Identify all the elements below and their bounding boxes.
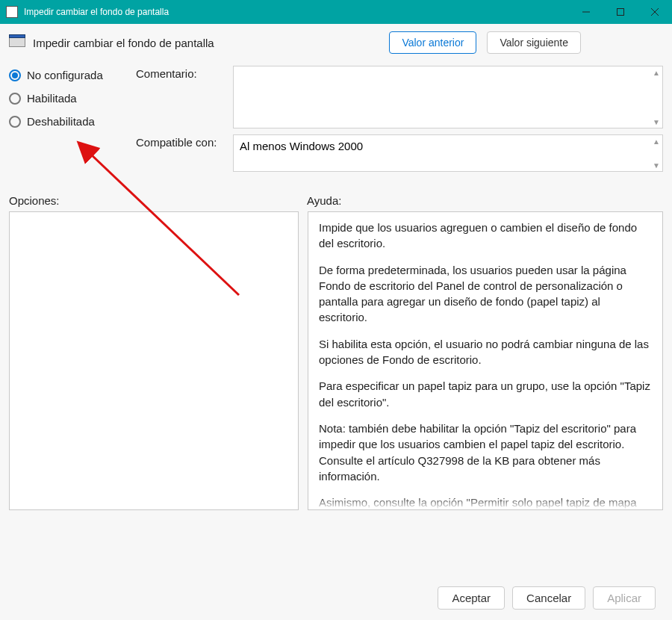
titlebar: Impedir cambiar el fondo de pantalla	[0, 0, 672, 24]
dialog-footer: Aceptar Cancelar Aplicar	[438, 586, 656, 610]
radio-not-configured[interactable]: No configurada	[9, 69, 136, 81]
scroll-up-icon[interactable]: ▲	[652, 68, 661, 77]
scroll-down-icon[interactable]: ▼	[652, 161, 661, 170]
minimize-button[interactable]	[569, 0, 603, 24]
radio-icon	[9, 116, 21, 128]
help-text: Impide que los usuarios agreguen o cambi…	[319, 220, 652, 252]
options-label: Opciones:	[9, 194, 307, 207]
radio-enabled[interactable]: Habilitada	[9, 92, 136, 105]
policy-icon	[9, 34, 25, 51]
comment-textarea[interactable]: ▲ ▼	[233, 66, 663, 128]
comment-label: Comentario:	[136, 66, 233, 80]
dialog-header: Impedir cambiar el fondo de pantalla Val…	[9, 31, 663, 54]
compat-label: Compatible con:	[136, 134, 233, 149]
radio-label: No configurada	[27, 69, 103, 81]
maximize-button[interactable]	[603, 0, 638, 24]
ok-button[interactable]: Aceptar	[438, 586, 505, 610]
radio-icon	[9, 93, 21, 105]
radio-icon	[9, 69, 21, 81]
help-text: Si habilita esta opción, el usuario no p…	[319, 336, 652, 368]
help-text: Para especificar un papel tapiz para un …	[319, 378, 652, 410]
window-title: Impedir cambiar el fondo de pantalla	[24, 7, 169, 17]
scroll-up-icon[interactable]: ▲	[652, 137, 661, 146]
radio-disabled[interactable]: Deshabilitada	[9, 115, 136, 128]
help-text: Nota: también debe habilitar la opción "…	[319, 421, 652, 484]
policy-title: Impedir cambiar el fondo de pantalla	[33, 37, 214, 49]
svg-rect-1	[617, 9, 624, 16]
vertical-scrollbar[interactable]	[665, 226, 672, 465]
compat-value: Al menos Windows 2000	[240, 140, 363, 152]
previous-setting-button[interactable]: Valor anterior	[389, 31, 476, 54]
app-icon	[6, 6, 18, 18]
scroll-down-icon[interactable]: ▼	[652, 117, 661, 126]
radio-label: Deshabilitada	[27, 115, 95, 128]
compat-textbox: Al menos Windows 2000 ▲ ▼	[233, 134, 663, 172]
help-label: Ayuda:	[307, 194, 341, 207]
options-panel	[9, 211, 299, 510]
cancel-button[interactable]: Cancelar	[512, 586, 585, 610]
radio-label: Habilitada	[27, 92, 77, 105]
apply-button[interactable]: Aplicar	[593, 586, 656, 610]
help-text: De forma predeterminada, los usuarios pu…	[319, 262, 652, 326]
next-setting-button[interactable]: Valor siguiente	[487, 31, 581, 54]
help-panel: Impide que los usuarios agreguen o cambi…	[308, 211, 663, 510]
close-button[interactable]	[638, 0, 672, 24]
state-radio-group: No configurada Habilitada Deshabilitada	[9, 66, 136, 128]
